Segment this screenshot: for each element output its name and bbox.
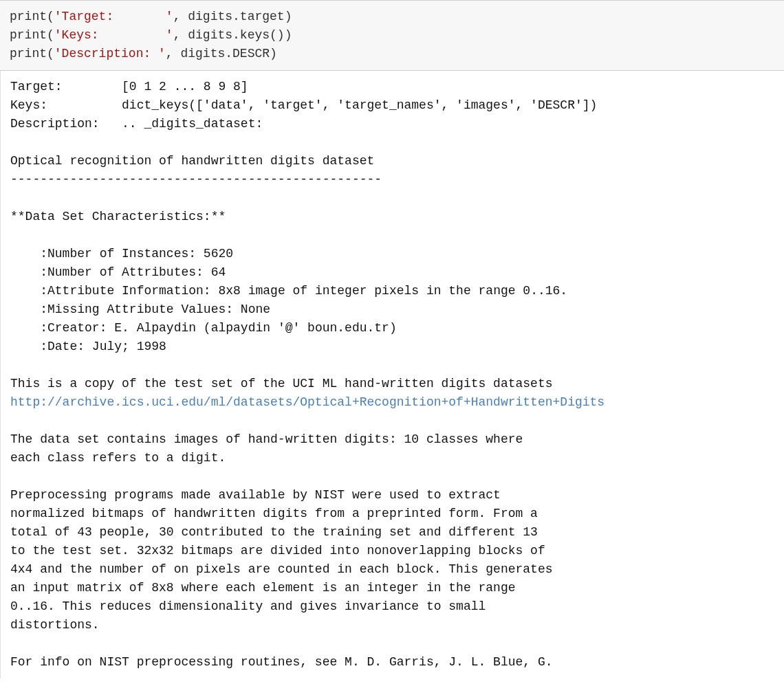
code-token: print( xyxy=(10,47,54,60)
code-token: print( xyxy=(10,10,54,23)
output-text: The data set contains images of hand-wri… xyxy=(10,432,553,669)
code-string: 'Keys: ' xyxy=(54,28,173,42)
code-token: , digits.keys()) xyxy=(173,28,292,42)
output-cell: Target: [0 1 2 ... 8 9 8] Keys: dict_key… xyxy=(0,71,784,679)
code-string: 'Description: ' xyxy=(54,47,166,60)
code-token: , digits.target) xyxy=(173,10,292,23)
code-token: print( xyxy=(10,28,54,42)
code-input-cell[interactable]: print('Target: ', digits.target) print('… xyxy=(0,0,784,71)
code-string: 'Target: ' xyxy=(54,10,173,23)
code-token: , digits.DESCR) xyxy=(166,47,277,60)
output-text: Target: [0 1 2 ... 8 9 8] Keys: dict_key… xyxy=(10,80,597,390)
dataset-link[interactable]: http://archive.ics.uci.edu/ml/datasets/O… xyxy=(10,395,605,409)
